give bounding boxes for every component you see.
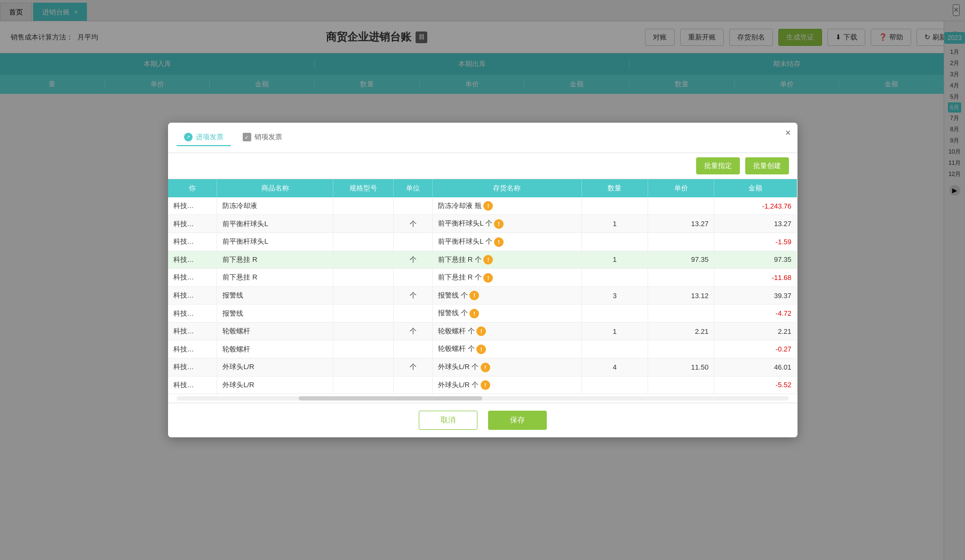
modal-footer: 取消 保存 [168, 403, 797, 437]
batch-assign-button[interactable]: 批量指定 [696, 157, 740, 174]
table-row[interactable]: 科技…前平衡杆球头L个前平衡杆球头L 个 !113.2713.27 [168, 215, 797, 233]
warning-icon: ! [483, 201, 493, 211]
app-container: 首页 进销台账 × × 销售成本计算方法： 月平均 商贸企业进销台账 目 对账 … [0, 0, 965, 560]
invoice-in-icon: ↗ [184, 133, 193, 141]
horizontal-scrollbar[interactable] [177, 396, 789, 401]
scrollbar-thumb [299, 396, 482, 401]
cancel-button[interactable]: 取消 [419, 411, 477, 430]
table-row[interactable]: 科技…前下悬挂 R前下悬挂 R 个 !-11.68 [168, 269, 797, 287]
th-spec: 规格型号 [333, 179, 393, 197]
modal-overlay: ↗ 进项发票 ↙ 销项发票 × 批量指定 批量创建 [0, 0, 965, 560]
th-price: 单价 [648, 179, 714, 197]
batch-create-button[interactable]: 批量创建 [745, 157, 789, 174]
th-unit: 单位 [394, 179, 433, 197]
th-qty: 数量 [581, 179, 648, 197]
modal-table-wrapper: 你 商品名称 规格型号 单位 存货名称 数量 单价 金额 科技…防冻冷却液防冻冷… [168, 179, 797, 394]
th-amount: 金额 [714, 179, 797, 197]
table-row[interactable]: 科技…外球头L/R个外球头L/R 个 !411.5046.01 [168, 358, 797, 376]
warning-icon: ! [476, 326, 486, 336]
table-row[interactable]: 科技…报警线个报警线 个 !313.1239.37 [168, 286, 797, 305]
modal-table: 你 商品名称 规格型号 单位 存货名称 数量 单价 金额 科技…防冻冷却液防冻冷… [168, 179, 797, 394]
modal-dialog: ↗ 进项发票 ↙ 销项发票 × 批量指定 批量创建 [168, 123, 797, 437]
warning-icon: ! [483, 255, 493, 265]
invoice-out-icon: ↙ [243, 133, 251, 141]
warning-icon: ! [481, 363, 490, 372]
table-row[interactable]: 科技…报警线报警线 个 !-4.72 [168, 305, 797, 323]
table-row[interactable]: 科技…轮毂螺杆个轮毂螺杆 个 !12.212.21 [168, 322, 797, 340]
th-col1: 你 [168, 179, 217, 197]
modal-header: ↗ 进项发票 ↙ 销项发票 × [168, 123, 797, 153]
table-row[interactable]: 科技…轮毂螺杆轮毂螺杆 个 !-0.27 [168, 340, 797, 358]
warning-icon: ! [494, 237, 504, 247]
table-row[interactable]: 科技…防冻冷却液防冻冷却液 瓶 !-1,243.76 [168, 197, 797, 215]
warning-icon: ! [481, 380, 490, 390]
tab-invoice-out[interactable]: ↙ 销项发票 [235, 129, 290, 146]
table-row[interactable]: 科技…前下悬挂 R个前下悬挂 R 个 !197.3597.35 [168, 251, 797, 269]
warning-icon: ! [476, 345, 486, 354]
table-row[interactable]: 科技…外球头L/R外球头L/R 个 !-5.52 [168, 376, 797, 394]
modal-toolbar: 批量指定 批量创建 [168, 153, 797, 179]
warning-icon: ! [469, 309, 479, 318]
warning-icon: ! [469, 291, 479, 300]
modal-close-button[interactable]: × [785, 128, 791, 138]
table-row[interactable]: 科技…前平衡杆球头L前平衡杆球头L 个 !-1.59 [168, 233, 797, 251]
warning-icon: ! [494, 219, 504, 229]
th-inventory: 存货名称 [433, 179, 582, 197]
tab-invoice-in[interactable]: ↗ 进项发票 [177, 129, 231, 146]
warning-icon: ! [483, 273, 493, 283]
save-button[interactable]: 保存 [488, 411, 547, 430]
th-product-name: 商品名称 [217, 179, 333, 197]
